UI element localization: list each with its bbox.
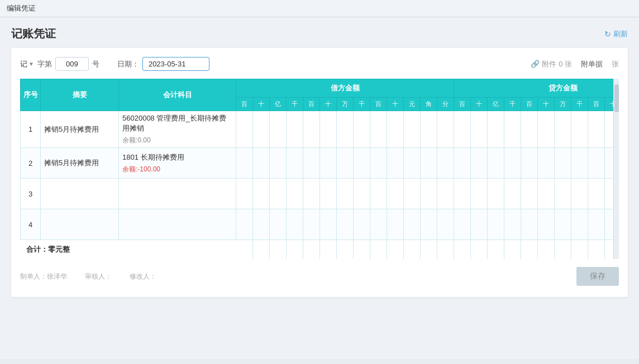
scrollbar[interactable] — [613, 79, 619, 259]
debit-cell[interactable] — [236, 111, 253, 148]
debit-cell[interactable] — [404, 111, 421, 148]
debit-cell[interactable] — [387, 209, 404, 240]
credit-cell[interactable] — [454, 179, 471, 209]
debit-cell[interactable] — [287, 179, 303, 209]
debit-cell[interactable] — [303, 209, 320, 240]
debit-cell[interactable] — [387, 111, 404, 148]
debit-cell[interactable] — [387, 179, 404, 209]
debit-cell[interactable] — [270, 148, 287, 179]
debit-cell[interactable] — [253, 148, 270, 179]
credit-cell[interactable] — [521, 209, 538, 240]
scrollbar-thumb[interactable] — [614, 84, 619, 112]
debit-cell[interactable] — [320, 111, 337, 148]
credit-cell[interactable] — [488, 209, 504, 240]
credit-cell[interactable] — [588, 179, 605, 209]
credit-cell[interactable] — [521, 148, 538, 179]
credit-cell[interactable] — [605, 179, 613, 209]
debit-cell[interactable] — [337, 148, 354, 179]
debit-cell[interactable] — [270, 209, 287, 240]
row-summary[interactable]: 摊销5月待摊费用 — [41, 148, 119, 179]
debit-cell[interactable] — [354, 111, 370, 148]
debit-cell[interactable] — [320, 209, 337, 240]
debit-cell[interactable] — [437, 179, 454, 209]
credit-cell[interactable] — [504, 209, 521, 240]
credit-cell[interactable] — [471, 148, 488, 179]
debit-cell[interactable] — [404, 179, 421, 209]
debit-cell[interactable] — [253, 209, 270, 240]
credit-cell[interactable] — [538, 111, 555, 148]
debit-cell[interactable] — [236, 148, 253, 179]
attachment-link[interactable]: 🔗 附件 0 张 — [531, 59, 572, 69]
debit-cell[interactable] — [421, 209, 437, 240]
credit-cell[interactable] — [588, 148, 605, 179]
credit-cell[interactable] — [538, 209, 555, 240]
credit-cell[interactable] — [471, 111, 488, 148]
attach-doc-button[interactable]: 附单据 — [581, 59, 603, 69]
debit-cell[interactable] — [421, 148, 437, 179]
debit-cell[interactable] — [287, 209, 303, 240]
credit-cell[interactable] — [488, 179, 504, 209]
credit-cell[interactable] — [488, 148, 504, 179]
credit-cell[interactable] — [588, 209, 605, 240]
debit-cell[interactable] — [370, 209, 387, 240]
debit-cell[interactable] — [354, 179, 370, 209]
debit-cell[interactable] — [437, 148, 454, 179]
credit-cell[interactable] — [571, 148, 588, 179]
credit-cell[interactable] — [605, 148, 613, 179]
credit-cell[interactable] — [555, 148, 571, 179]
debit-cell[interactable] — [270, 111, 287, 148]
row-account[interactable]: 1801 长期待摊费用余额:-100.00 — [119, 148, 236, 179]
debit-cell[interactable] — [320, 179, 337, 209]
row-summary[interactable] — [41, 209, 119, 240]
debit-cell[interactable] — [370, 179, 387, 209]
debit-cell[interactable] — [421, 111, 437, 148]
credit-cell[interactable] — [605, 111, 613, 148]
credit-cell[interactable] — [471, 179, 488, 209]
debit-cell[interactable] — [354, 148, 370, 179]
debit-cell[interactable] — [337, 179, 354, 209]
debit-cell[interactable] — [303, 179, 320, 209]
debit-cell[interactable] — [287, 111, 303, 148]
debit-cell[interactable] — [370, 111, 387, 148]
credit-cell[interactable] — [454, 111, 471, 148]
debit-cell[interactable] — [303, 148, 320, 179]
debit-cell[interactable] — [354, 209, 370, 240]
date-input[interactable] — [142, 57, 209, 71]
debit-cell[interactable] — [337, 209, 354, 240]
credit-cell[interactable] — [571, 111, 588, 148]
debit-cell[interactable] — [421, 179, 437, 209]
debit-cell[interactable] — [236, 179, 253, 209]
credit-cell[interactable] — [538, 148, 555, 179]
credit-cell[interactable] — [454, 148, 471, 179]
save-button[interactable]: 保存 — [576, 267, 619, 286]
credit-cell[interactable] — [588, 111, 605, 148]
debit-cell[interactable] — [404, 209, 421, 240]
credit-cell[interactable] — [605, 209, 613, 240]
row-account[interactable] — [119, 179, 236, 209]
debit-cell[interactable] — [337, 111, 354, 148]
debit-cell[interactable] — [370, 148, 387, 179]
refresh-button[interactable]: ↻ 刷新 — [604, 29, 628, 39]
debit-cell[interactable] — [253, 111, 270, 148]
credit-cell[interactable] — [504, 111, 521, 148]
row-account[interactable]: 56020008 管理费用_长期待摊费用摊销余额:0.00 — [119, 111, 236, 148]
row-account[interactable] — [119, 209, 236, 240]
voucher-type-button[interactable]: 记 ▼ — [20, 59, 34, 69]
debit-cell[interactable] — [287, 148, 303, 179]
credit-cell[interactable] — [504, 148, 521, 179]
credit-cell[interactable] — [454, 209, 471, 240]
debit-cell[interactable] — [253, 179, 270, 209]
credit-cell[interactable] — [555, 111, 571, 148]
credit-cell[interactable] — [555, 179, 571, 209]
row-summary[interactable]: 摊销5月待摊费用 — [41, 111, 119, 148]
credit-cell[interactable] — [521, 179, 538, 209]
debit-cell[interactable] — [404, 148, 421, 179]
credit-cell[interactable] — [555, 209, 571, 240]
credit-cell[interactable] — [504, 179, 521, 209]
debit-cell[interactable] — [437, 111, 454, 148]
debit-cell[interactable] — [270, 179, 287, 209]
credit-cell[interactable] — [571, 209, 588, 240]
credit-cell[interactable] — [571, 179, 588, 209]
debit-cell[interactable] — [236, 209, 253, 240]
debit-cell[interactable] — [303, 111, 320, 148]
